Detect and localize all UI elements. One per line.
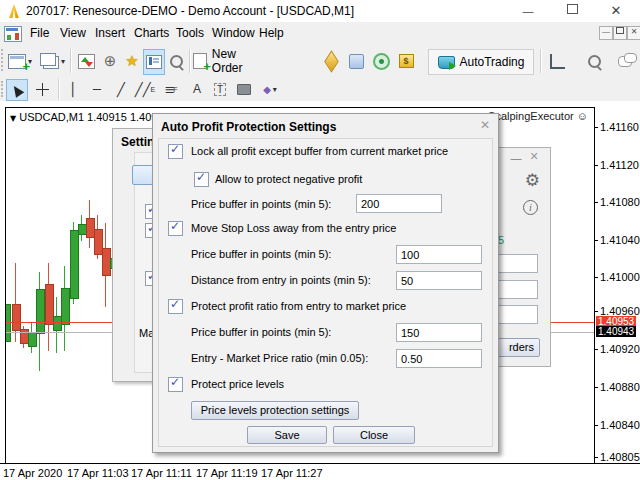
chart-properties-button[interactable] (546, 49, 568, 73)
time-tick-label: 17 Apr 11:19 (196, 467, 258, 479)
price-tick-label: 1.40920 (600, 343, 640, 355)
close-button[interactable]: ✕ (596, 0, 636, 22)
price-axis: 1.411601.411201.410801.410401.410001.409… (594, 107, 640, 463)
horizontal-line-icon: ─ (93, 82, 101, 97)
chart-menu-icon[interactable] (4, 26, 22, 42)
lock-profit-checkbox[interactable]: ✓ (168, 144, 183, 159)
arrows-icon: ◆ (263, 84, 271, 95)
chat-button[interactable] (612, 49, 638, 73)
broadcast-icon (373, 53, 390, 70)
channel-icon: ╱╱ (135, 82, 151, 97)
gear-icon[interactable]: ⚙ (525, 170, 540, 190)
text-tool-button[interactable]: A (187, 79, 207, 99)
distance-entry-label: Distance from entry in points (min 5): (191, 274, 371, 286)
crosshair-tool-button[interactable] (32, 79, 52, 99)
dialog-close-icon[interactable]: ✕ (478, 118, 492, 132)
info-icon[interactable]: i (523, 200, 538, 215)
price-tick-label: 1.40880 (600, 381, 640, 393)
menu-help[interactable]: Help (253, 25, 290, 42)
new-chart-icon: + (8, 54, 26, 69)
expert-advisor-icon (349, 54, 364, 69)
symbol-ohlc-text: USDCAD,M1 1.40915 1.40958 (19, 111, 169, 123)
save-button[interactable]: Save (247, 426, 327, 444)
price-buffer3-input[interactable] (396, 323, 482, 342)
new-order-icon: + (193, 53, 207, 69)
title-bar: 207017: Renesource-DEMO - Demo Account -… (0, 0, 640, 23)
maximize-button[interactable] (552, 0, 592, 22)
minimize-button[interactable]: — (508, 0, 548, 22)
horizontal-line-tool-button[interactable]: ─ (87, 79, 107, 99)
trendline-icon: ╱ (117, 82, 125, 97)
price-buffer1-input[interactable] (356, 194, 442, 213)
metaeditor-button[interactable] (320, 49, 342, 73)
fibonacci-tool-button[interactable]: ≡F (159, 79, 183, 99)
profiles-button[interactable]: ▾ (38, 49, 66, 73)
symbol-header[interactable]: ▼ USDCAD,M1 1.40915 1.40958 (10, 111, 170, 123)
expert-advisors-button[interactable] (345, 49, 367, 73)
axes-icon (550, 54, 565, 69)
autotrading-button[interactable]: AutoTrading (428, 49, 534, 75)
price-tick-label: 1.41080 (600, 196, 640, 208)
entry-ratio-label: Entry - Market Price ratio (min 0.05): (191, 352, 368, 364)
mdi-minimize-button[interactable]: — (599, 26, 613, 40)
dialog-title: Auto Profit Protection Settings (161, 120, 336, 134)
menu-insert[interactable]: Insert (89, 25, 131, 42)
text-label-tool-button[interactable]: T (209, 79, 231, 99)
cursor-tool-button[interactable] (6, 79, 28, 101)
zoom-button[interactable] (583, 49, 605, 73)
menu-file[interactable]: File (24, 25, 55, 42)
menu-tools[interactable]: Tools (170, 25, 210, 42)
price-tick-label: 1.41120 (600, 159, 639, 171)
market-watch-button[interactable] (75, 49, 97, 73)
cursor-icon (10, 83, 25, 98)
strategy-tester-button[interactable] (165, 49, 187, 73)
price-buffer1-label: Price buffer in points (min 5): (191, 198, 331, 210)
chevron-down-icon: ▼ (10, 114, 16, 123)
trendline-tool-button[interactable]: ╱ (111, 79, 131, 99)
price-levels-settings-button[interactable]: Price levels protection settings (191, 401, 359, 420)
time-tick-label: 17 Apr 2020 (3, 467, 62, 479)
magnifier-icon (588, 55, 601, 68)
window-title: 207017: Renesource-DEMO - Demo Account -… (26, 4, 354, 18)
crosshair-icon (36, 83, 49, 96)
arrows-tool-button[interactable]: ◆▾ (257, 79, 283, 99)
accounts-button[interactable]: $ (395, 49, 417, 73)
mdi-close-button[interactable]: ✕ (627, 26, 640, 40)
move-stoploss-checkbox[interactable]: ✓ (168, 221, 183, 236)
channel-tool-button[interactable]: ╱╱E (133, 79, 157, 99)
favorites-button[interactable]: ★ (121, 49, 143, 73)
autotrading-label: AutoTrading (460, 55, 525, 69)
time-tick-label: 17 Apr 11:03 (67, 467, 129, 479)
vertical-line-tool-button[interactable]: │ (63, 79, 83, 99)
price-tick-label: 1.40805 (600, 451, 640, 463)
close-dialog-button[interactable]: Close (333, 426, 415, 444)
protect-ratio-label: Protect profit ratio from entry to marke… (191, 300, 406, 312)
panel-close-icon[interactable]: ✕ (528, 151, 540, 163)
profiles-icon (43, 56, 59, 69)
price-tick-label: 1.41040 (600, 234, 640, 246)
time-axis: 17 Apr 202017 Apr 11:0317 Apr 11:1117 Ap… (0, 463, 640, 480)
shapes-tool-button[interactable] (233, 79, 255, 99)
protect-levels-checkbox[interactable]: ✓ (168, 377, 183, 392)
protect-ratio-checkbox[interactable]: ✓ (168, 299, 183, 314)
text-icon: A (193, 82, 201, 96)
navigator-button[interactable]: ⊕ (99, 49, 121, 73)
settings-window-title: Settin (121, 135, 154, 149)
price-buffer2-input[interactable] (396, 245, 482, 264)
mdi-restore-button[interactable] (613, 26, 627, 40)
price-buffer2-label: Price buffer in points (min 5): (191, 248, 331, 260)
new-chart-button[interactable]: +▾ (6, 49, 34, 73)
news-button[interactable] (370, 49, 392, 73)
menu-view[interactable]: View (54, 25, 92, 42)
entry-ratio-input[interactable] (396, 349, 482, 368)
negative-profit-checkbox[interactable]: ✓ (194, 172, 209, 187)
menu-bar: File View Insert Charts Tools Window Hel… (0, 22, 640, 46)
distance-entry-input[interactable] (396, 271, 482, 290)
terminal-button[interactable] (143, 49, 165, 75)
price-buffer3-label: Price buffer in points (min 5): (191, 326, 331, 338)
yellow-diamond-icon (324, 50, 338, 72)
panel-minimize-icon[interactable]: — (510, 154, 522, 164)
menu-charts[interactable]: Charts (128, 25, 175, 42)
fibonacci-icon: ≡ (164, 82, 173, 97)
new-order-button[interactable]: + New Order (193, 49, 269, 73)
